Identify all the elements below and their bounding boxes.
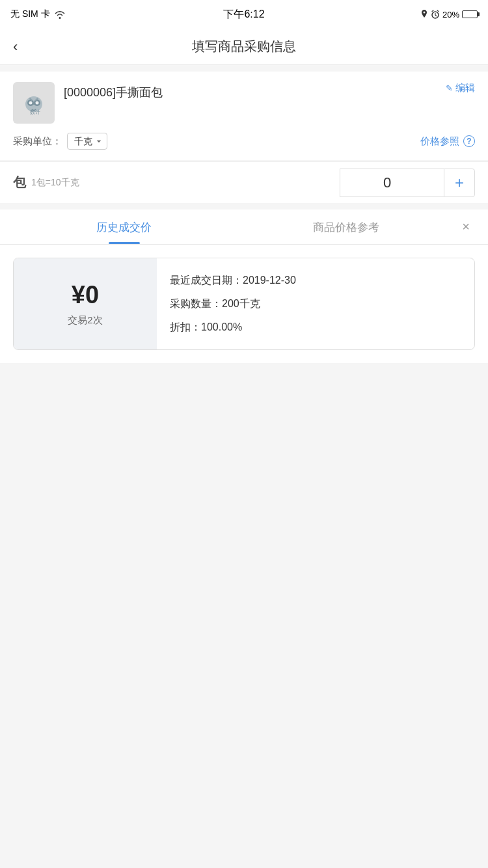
unit-row: 采购单位： 千克 包 件 <box>13 133 107 150</box>
price-left-panel: ¥0 交易2次 <box>14 258 157 349</box>
price-right-panel: 最近成交日期：2019-12-30 采购数量：200千克 折扣：100.00% <box>157 258 474 349</box>
quantity-input[interactable] <box>340 169 444 197</box>
tab-history-price[interactable]: 历史成交价 <box>13 210 235 244</box>
trade-count: 交易2次 <box>68 314 102 327</box>
product-image: 数计 <box>13 82 55 124</box>
owl-icon: 数计 <box>21 90 47 116</box>
product-bottom: 采购单位： 千克 包 件 价格参照 ? <box>13 133 475 150</box>
alarm-icon <box>431 10 440 19</box>
price-amount: ¥0 <box>72 281 99 309</box>
edit-label: 编辑 <box>455 82 475 94</box>
tabs-container: 历史成交价 商品价格参考 × <box>0 210 488 245</box>
battery-percent: 20% <box>442 10 459 20</box>
tab-close-button[interactable]: × <box>457 214 475 239</box>
location-icon <box>420 10 428 19</box>
battery-icon <box>462 10 478 18</box>
unit-hint: 1包=10千克 <box>31 177 79 189</box>
purchase-qty: 采购数量：200千克 <box>170 296 461 312</box>
content-area <box>0 363 488 753</box>
edit-button[interactable]: ✎ 编辑 <box>446 82 475 94</box>
svg-point-5 <box>36 102 39 105</box>
tab-price-ref[interactable]: 商品价格参考 <box>235 210 457 244</box>
product-left: 数计 [0000006]手撕面包 <box>13 82 163 124</box>
quantity-plus-button[interactable]: + <box>444 169 475 197</box>
page-title: 填写商品采购信息 <box>192 38 296 55</box>
last-trade-date: 最近成交日期：2019-12-30 <box>170 273 461 288</box>
status-left: 无 SIM 卡 <box>10 8 66 20</box>
price-card: ¥0 交易2次 最近成交日期：2019-12-30 采购数量：200千克 折扣：… <box>13 258 475 350</box>
svg-text:数计: 数计 <box>30 109 40 115</box>
price-ref-label: 价格参照 <box>420 135 459 148</box>
quantity-section: 包 1包=10千克 + <box>0 161 488 203</box>
quantity-input-group: + <box>340 169 475 197</box>
unit-badge: 包 <box>13 174 26 191</box>
status-right: 20% <box>420 10 478 20</box>
help-icon: ? <box>463 135 475 147</box>
price-ref-button[interactable]: 价格参照 ? <box>420 135 475 148</box>
price-card-wrapper: ¥0 交易2次 最近成交日期：2019-12-30 采购数量：200千克 折扣：… <box>0 245 488 363</box>
back-button[interactable]: ‹ <box>13 36 23 58</box>
quantity-label: 包 1包=10千克 <box>13 174 79 191</box>
status-time: 下午6:12 <box>223 8 264 21</box>
unit-select[interactable]: 千克 包 件 <box>67 133 107 150</box>
edit-icon: ✎ <box>446 83 453 93</box>
status-bar: 无 SIM 卡 下午6:12 20% <box>0 0 488 29</box>
product-name: [0000006]手撕面包 <box>64 85 163 100</box>
discount: 折扣：100.00% <box>170 319 461 335</box>
tabs-row: 历史成交价 商品价格参考 × <box>0 210 488 244</box>
wifi-icon <box>54 10 66 19</box>
unit-label: 采购单位： <box>13 135 62 148</box>
svg-point-4 <box>29 102 33 105</box>
network-text: 无 SIM 卡 <box>10 8 50 20</box>
header: ‹ 填写商品采购信息 <box>0 29 488 65</box>
product-top: 数计 [0000006]手撕面包 ✎ 编辑 <box>13 82 475 124</box>
product-card: 数计 [0000006]手撕面包 ✎ 编辑 采购单位： 千克 包 件 价格参照 … <box>0 72 488 160</box>
